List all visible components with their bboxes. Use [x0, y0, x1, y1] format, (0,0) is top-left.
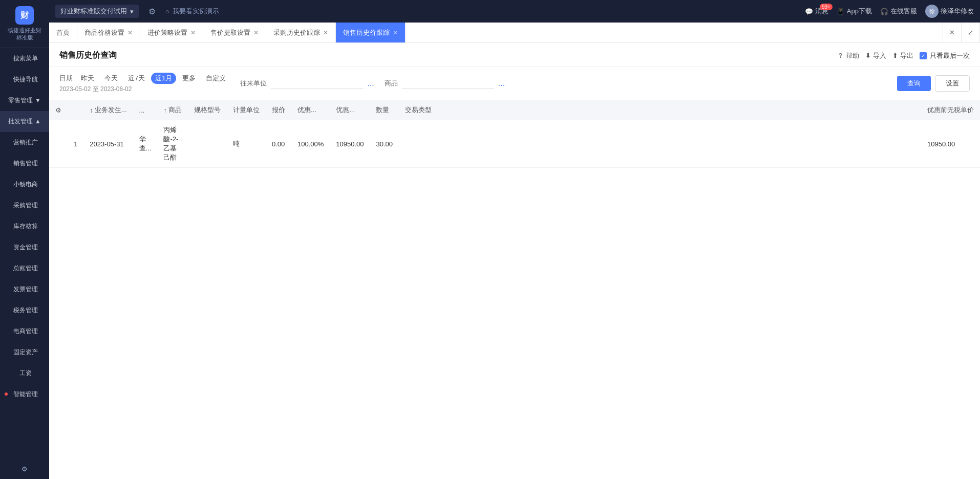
tab-expand-btn[interactable]: ⤢ — [962, 23, 980, 43]
tab-sale-history[interactable]: 销售历史价跟踪 ✕ — [336, 23, 406, 43]
sidebar-item-xiaochange[interactable]: 小畅电商 — [0, 174, 49, 195]
sidebar: 财 畅捷通好业财标准版 搜索菜单 快捷导航 零售管理 ▼ 批发管理 ▲ 营销推广… — [0, 0, 49, 479]
page-header: 销售历史价查询 ？ 帮助 ⬇ 导入 ⬆ 导出 ✓ 只看最后一次 — [49, 43, 980, 67]
logo-text: 畅捷通好业财标准版 — [8, 27, 41, 41]
tabs-bar: 首页 商品价格设置 ✕ 进价策略设置 ✕ 售价提取设置 ✕ 采购历史价跟踪 ✕ … — [49, 23, 980, 43]
td-txn-type — [399, 120, 438, 168]
version-selector[interactable]: 好业财标准版交付试用 ▾ — [55, 5, 139, 18]
tab-sale-extract-close[interactable]: ✕ — [253, 29, 259, 36]
td-discount-pct: 100.00% — [291, 120, 330, 168]
source-label: 往来单位 — [240, 79, 267, 88]
help-label: 帮助 — [846, 51, 859, 60]
sidebar-item-inventory[interactable]: 库存核算 — [0, 216, 49, 237]
tab-home[interactable]: 首页 — [49, 23, 77, 43]
import-btn[interactable]: ⬇ 导入 — [865, 51, 886, 60]
tab-sale-extract[interactable]: 售价提取设置 ✕ — [203, 23, 266, 43]
sidebar-item-purchase[interactable]: 采购管理 — [0, 195, 49, 216]
help-icon: ？ — [837, 51, 844, 60]
tab-purchase-strategy-close[interactable]: ✕ — [190, 29, 196, 36]
page-title: 销售历史价查询 — [59, 50, 117, 61]
tab-price-close[interactable]: ✕ — [127, 29, 133, 36]
app-download-btn[interactable]: 📱 App下载 — [837, 7, 872, 16]
product-dots-btn[interactable]: ... — [498, 79, 505, 88]
sidebar-item-salary[interactable]: 工资 — [0, 363, 49, 384]
page-actions: ？ 帮助 ⬇ 导入 ⬆ 导出 ✓ 只看最后一次 — [837, 51, 970, 60]
sidebar-item-ecom[interactable]: 电商管理 — [0, 321, 49, 342]
topbar-gear-btn[interactable]: ⚙ — [145, 4, 159, 18]
th-biz-date[interactable]: ↑ 业务发生... — [83, 100, 133, 120]
filter-bar: 日期 昨天 今天 近7天 近1月 更多 自定义 2023-05-02 至 202… — [49, 67, 980, 100]
sidebar-item-retail[interactable]: 零售管理 ▼ — [0, 90, 49, 111]
import-icon: ⬇ — [865, 52, 871, 59]
date-pill-yesterday[interactable]: 昨天 — [77, 73, 98, 84]
sidebar-item-finance[interactable]: 资金管理 — [0, 237, 49, 258]
online-service-btn[interactable]: 🎧 在线客服 — [880, 7, 917, 16]
only-last-label: 只看最后一次 — [930, 51, 970, 60]
service-icon: 🎧 — [880, 8, 888, 15]
source-filter-group: 往来单位 ... — [240, 78, 374, 89]
td-partner: 华查... — [133, 120, 158, 168]
sidebar-item-wholesale[interactable]: 批发管理 ▲ — [0, 111, 49, 132]
app-icon: 📱 — [837, 8, 845, 15]
user-menu[interactable]: 徐 徐泽华修改 — [925, 5, 974, 18]
export-btn[interactable]: ⬆ 导出 — [892, 51, 913, 60]
date-filter-group: 日期 昨天 今天 近7天 近1月 更多 自定义 — [59, 73, 230, 84]
tab-price[interactable]: 商品价格设置 ✕ — [77, 23, 140, 43]
sidebar-item-sales[interactable]: 销售管理 — [0, 153, 49, 174]
product-input[interactable] — [402, 78, 494, 89]
sidebar-item-marketing[interactable]: 营销推广 — [0, 132, 49, 153]
th-qty: 数量 — [370, 100, 399, 120]
th-unit: 计量单位 — [227, 100, 266, 120]
sidebar-settings-btn[interactable]: ⚙ — [0, 459, 49, 479]
th-discount-amt: 优惠... — [330, 100, 370, 120]
tab-home-label: 首页 — [56, 28, 70, 37]
product-filter-group: 商品 ... — [385, 78, 505, 89]
product-label: 商品 — [385, 79, 398, 88]
tabs-actions: ✕ ⤢ — [943, 23, 980, 43]
tab-purchase-strategy[interactable]: 进价策略设置 ✕ — [140, 23, 203, 43]
topbar: 好业财标准版交付试用 ▾ ⚙ ○ 我要看实例演示 💬 消息 99+ 📱 App下… — [49, 0, 980, 23]
source-dots-btn[interactable]: ... — [367, 79, 374, 88]
tab-purchase-strategy-label: 进价策略设置 — [147, 28, 187, 37]
th-product[interactable]: ↑ 商品 — [157, 100, 188, 120]
th-more[interactable]: ... — [133, 100, 158, 120]
filter-actions: 查询 设置 — [897, 75, 970, 92]
help-btn[interactable]: ？ 帮助 — [837, 51, 859, 60]
data-table: ⚙ ↑ 业务发生... ... ↑ 商品 — [49, 100, 980, 168]
sidebar-item-quicknav[interactable]: 快捷导航 — [0, 69, 49, 90]
sidebar-item-invoice[interactable]: 发票管理 — [0, 279, 49, 300]
th-num — [68, 100, 83, 120]
date-label: 日期 — [59, 74, 73, 83]
demo-icon: ○ — [165, 8, 169, 15]
sidebar-item-smart[interactable]: 智能管理 — [0, 384, 49, 405]
date-pill-custom[interactable]: 自定义 — [202, 73, 230, 84]
date-pill-last1m[interactable]: 近1月 — [151, 73, 176, 84]
date-pill-today[interactable]: 今天 — [100, 73, 122, 84]
sidebar-item-fixed[interactable]: 固定资产 — [0, 342, 49, 363]
tab-purchase-history-close[interactable]: ✕ — [323, 29, 328, 36]
source-input[interactable] — [271, 78, 363, 89]
sidebar-item-tax[interactable]: 税务管理 — [0, 300, 49, 321]
th-gear[interactable]: ⚙ — [49, 100, 68, 120]
message-btn[interactable]: 💬 消息 99+ — [805, 7, 828, 16]
sidebar-item-search[interactable]: 搜索菜单 — [0, 48, 49, 69]
tab-sale-history-close[interactable]: ✕ — [393, 29, 398, 36]
th-txn-type: 交易类型 — [399, 100, 438, 120]
th-discount-pct: 优惠... — [291, 100, 330, 120]
tab-close-btn[interactable]: ✕ — [943, 23, 962, 43]
import-label: 导入 — [873, 51, 886, 60]
chevron-down-icon: ▾ — [130, 8, 134, 15]
date-pill-last7[interactable]: 近7天 — [124, 73, 149, 84]
settings-btn[interactable]: 设置 — [935, 75, 970, 92]
td-biz-date: 2023-05-31 — [83, 120, 133, 168]
tab-purchase-history-label: 采购历史价跟踪 — [273, 28, 320, 37]
query-btn[interactable]: 查询 — [897, 76, 931, 91]
date-pill-more[interactable]: 更多 — [178, 73, 200, 84]
table-container: ⚙ ↑ 业务发生... ... ↑ 商品 — [49, 100, 980, 168]
message-icon: 💬 — [805, 8, 813, 15]
only-last-checkbox[interactable]: ✓ 只看最后一次 — [920, 51, 970, 60]
sidebar-item-ledger[interactable]: 总账管理 — [0, 258, 49, 279]
demo-link[interactable]: ○ 我要看实例演示 — [165, 7, 219, 16]
tab-purchase-history[interactable]: 采购历史价跟踪 ✕ — [266, 23, 336, 43]
td-price: 0.00 — [266, 120, 291, 168]
